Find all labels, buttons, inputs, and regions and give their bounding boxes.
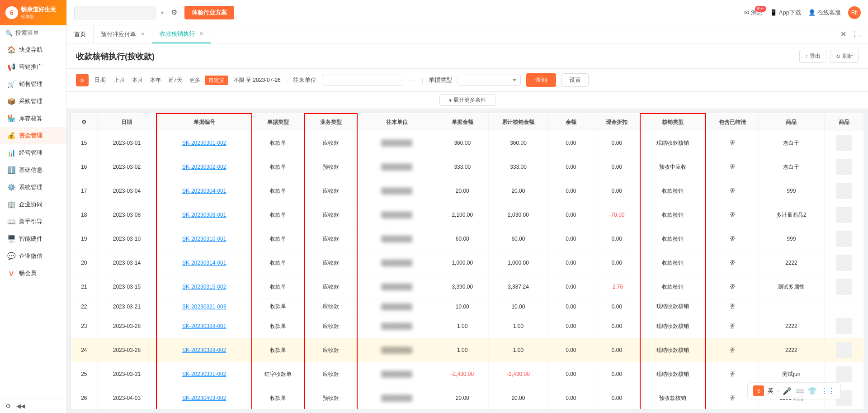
table-row[interactable]: 17 2023-03-04 SK-20230304-001 收款单 应收款 ██…: [71, 179, 864, 203]
sidebar-item-label: 库存核算: [19, 114, 42, 123]
cell-biztype: 预收款: [305, 155, 357, 179]
date-this-month-btn[interactable]: 本月: [129, 76, 146, 85]
home-icon: 🏠: [7, 46, 15, 54]
top-header: ▾ ⚙ 体验行业方案 ✉ 消息 99+ 📱 App下载 👤 在线客服 Rit: [67, 0, 868, 25]
cell-cumamt: 20.00: [489, 386, 548, 410]
cell-no: 21: [71, 275, 97, 299]
sidebar-item-enterprise[interactable]: 🏢 企业协同: [0, 196, 66, 213]
cell-goodsthumb: [824, 314, 863, 338]
expand-icon: ▾: [449, 97, 452, 104]
sidebar-item-quick-nav[interactable]: 🏠 快捷导航: [0, 41, 66, 58]
cell-cumamt: 1.00: [489, 314, 548, 338]
cell-includeclear: 否: [706, 155, 758, 179]
setting-button[interactable]: 设置: [561, 73, 589, 87]
sidebar-item-hardware[interactable]: 🖥️ 智能硬件: [0, 230, 66, 247]
collapse-icon[interactable]: ◀◀: [16, 403, 25, 409]
cell-cumamt: 333.00: [489, 155, 548, 179]
user-avatar[interactable]: Rit: [848, 6, 861, 19]
tab-home[interactable]: 首页: [67, 25, 94, 43]
date-more-btn[interactable]: 更多: [187, 76, 203, 85]
col-header-doctype: 单据类型: [252, 114, 304, 131]
cell-balance: 0.00: [548, 386, 594, 410]
filter-toggle-button[interactable]: »: [76, 74, 89, 86]
refresh-button[interactable]: ↻ 刷新: [830, 50, 859, 63]
sidebar-item-marketing[interactable]: 📢 营销推广: [0, 58, 66, 76]
sidebar-item-system[interactable]: ⚙️ 系统管理: [0, 179, 66, 196]
partner-dots-icon[interactable]: ···: [409, 77, 416, 84]
toggle-icon: »: [80, 76, 85, 84]
date-last-7days-btn[interactable]: 近7天: [165, 76, 185, 85]
table-row[interactable]: 15 2023-03-01 SK-20230301-002 收款单 应收款 ██…: [71, 131, 864, 155]
col-header-cumamt: 累计核销金额: [489, 114, 548, 131]
tab-close-all-icon[interactable]: ✕: [839, 28, 848, 40]
table-row[interactable]: 26 2023-04-03 SK-20230403-002 收款单 预收款 ██…: [71, 386, 864, 410]
expand-conditions-button[interactable]: ▾ 展开更多条件: [439, 95, 495, 106]
breadcrumb-input[interactable]: [74, 6, 156, 19]
operations-icon: 📊: [7, 149, 15, 157]
table-row[interactable]: 20 2023-03-14 SK-20230314-001 收款单 应收款 ██…: [71, 251, 864, 275]
date-last-month-btn[interactable]: 上月: [111, 76, 127, 85]
date-custom-btn[interactable]: 自定义: [205, 76, 228, 85]
table-row[interactable]: 23 2023-03-28 SK-20230328-001 收款单 应收款 ██…: [71, 314, 864, 338]
table-row[interactable]: 24 2023-03-28 SK-20230328-002 收款单 应收款 ██…: [71, 338, 864, 362]
sidebar-item-wechat[interactable]: 💬 企业微信: [0, 247, 66, 265]
table-row[interactable]: 22 2023-03-21 SK-20230321-003 收款单 应收款 ██…: [71, 299, 864, 314]
sidebar-item-inventory[interactable]: 🏪 库存核算: [0, 110, 66, 127]
cell-verifytype: 收款核销: [640, 251, 706, 275]
cell-doctype: 收款单: [252, 386, 304, 410]
cell-includeclear: 否: [706, 251, 758, 275]
doc-type-select[interactable]: [458, 75, 521, 85]
table-row[interactable]: 19 2023-03-10 SK-20230310-001 收款单 应收款 ██…: [71, 227, 864, 251]
settings-icon[interactable]: ⚙: [5, 403, 11, 409]
cell-balance: 0.00: [548, 131, 594, 155]
sidebar-item-operations[interactable]: 📊 经营管理: [0, 144, 66, 161]
cell-includeclear: 否: [706, 227, 758, 251]
sidebar-item-purchase[interactable]: 📦 采购管理: [0, 93, 66, 110]
table-row[interactable]: 21 2023-03-15 SK-20230315-002 收款单 应收款 ██…: [71, 275, 864, 299]
export-button[interactable]: ↑ 导出: [799, 50, 826, 63]
sidebar-item-sales[interactable]: 🛒 销售管理: [0, 76, 66, 93]
tab-prepay-bills[interactable]: 预付冲应付单 ✕: [94, 25, 152, 43]
refresh-icon: ↻: [836, 53, 840, 60]
cell-includeclear: 否: [706, 203, 758, 227]
col-header-settings[interactable]: ⚙: [71, 114, 97, 131]
wm-mic-icon[interactable]: 🎤: [783, 387, 792, 395]
cell-cashdiscount: 0.00: [594, 227, 640, 251]
table-row[interactable]: 16 2023-03-02 SK-20230302-002 收款单 预收款 ██…: [71, 155, 864, 179]
breadcrumb-chevron-icon[interactable]: ▾: [161, 9, 164, 16]
tab-maximize-icon[interactable]: ⛶: [852, 28, 863, 40]
cell-amount: 1,000.00: [436, 251, 489, 275]
wm-grid-icon[interactable]: ⋮⋮: [821, 387, 835, 395]
table-row[interactable]: 18 2023-03-08 SK-20230308-001 收款单 应收款 ██…: [71, 203, 864, 227]
member-icon: V: [7, 270, 15, 277]
partner-input[interactable]: [322, 75, 403, 85]
header-gear-icon[interactable]: ⚙: [169, 6, 179, 19]
cell-cashdiscount: 0.00: [594, 386, 640, 410]
cell-verifytype: 收款核销: [640, 203, 706, 227]
cell-docno: SK-20230315-002: [156, 275, 252, 299]
cell-verifytype: 现结收款核销: [640, 338, 706, 362]
query-button[interactable]: 查询: [526, 73, 556, 87]
sidebar-search[interactable]: 🔍 搜索菜单: [0, 25, 66, 41]
cell-partner: ████████: [357, 251, 436, 275]
tab-home-label: 首页: [74, 30, 86, 38]
sidebar-item-basic[interactable]: ℹ️ 基础信息: [0, 161, 66, 179]
tab-receipt-close-icon[interactable]: ✕: [199, 31, 203, 37]
sidebar-item-guide[interactable]: 📖 新手引导: [0, 213, 66, 230]
industry-solution-button[interactable]: 体验行业方案: [184, 6, 234, 19]
wm-keyboard-icon[interactable]: ⌨️: [795, 387, 804, 395]
tab-prepay-close-icon[interactable]: ✕: [141, 31, 145, 37]
table-row[interactable]: 25 2023-03-31 SK-20230331-002 红字收款单 应收款 …: [71, 362, 864, 386]
cell-cashdiscount: 0.00: [594, 155, 640, 179]
date-filter-label: 日期: [94, 76, 106, 84]
sidebar-item-member[interactable]: V 畅会员: [0, 265, 66, 282]
app-logo-icon: 6: [5, 6, 18, 19]
messages-button[interactable]: ✉ 消息 99+: [744, 9, 763, 17]
app-download-button[interactable]: 📱 App下载: [770, 9, 801, 17]
online-service-button[interactable]: 👤 在线客服: [808, 9, 841, 17]
tab-receipt-verify[interactable]: 收款核销执行 ✕: [152, 25, 211, 43]
wm-shirt-icon[interactable]: 👕: [808, 387, 817, 395]
page-header: 收款核销执行(按收款) ↑ 导出 ↻ 刷新: [67, 43, 868, 69]
sidebar-item-finance[interactable]: 💰 资金管理: [0, 127, 66, 144]
date-this-year-btn[interactable]: 本年: [147, 76, 164, 85]
